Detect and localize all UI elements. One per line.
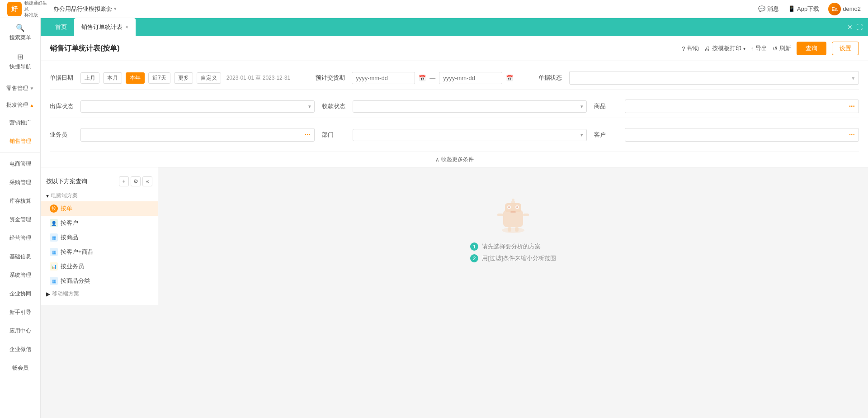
salesman-group: 业务员 ··· [50, 128, 315, 142]
goods-more-icon[interactable]: ··· [849, 102, 855, 110]
goods-input[interactable]: ··· [625, 100, 859, 113]
tab-home[interactable]: 首页 [48, 18, 74, 36]
setting-button[interactable]: 设置 [832, 42, 859, 55]
bill-status-select[interactable]: ▾ [569, 71, 859, 85]
svg-rect-9 [523, 214, 529, 216]
sidebar-item-member[interactable]: 畅会员 [0, 359, 40, 377]
scheme-item-by-goods[interactable]: ▦ 按商品 [41, 230, 158, 245]
customer-input[interactable]: ··· [625, 128, 859, 142]
salesman-input[interactable]: ··· [80, 128, 315, 142]
collapse-panel-btn[interactable]: « [142, 176, 152, 186]
maximize-icon[interactable]: ⛶ [856, 24, 863, 31]
tab-sales-order-stat[interactable]: 销售订单统计表 × [74, 18, 136, 36]
settings-scheme-btn[interactable]: ⚙ [131, 176, 141, 186]
page-header: 销售订单统计表(按单) ? 帮助 🖨 按模板打印 ▾ ↑ 导出 [41, 36, 868, 61]
empty-hints: 1 请先选择要分析的方案 2 用[过滤]条件来缩小分析范围 [470, 242, 556, 262]
app-download-button[interactable]: 📱 App下载 [788, 5, 819, 13]
sidebar-item-purchase[interactable]: 采购管理 [0, 173, 40, 192]
by-cust-goods-icon: ▦ [50, 248, 58, 256]
sidebar-item-wholesale[interactable]: 批发管理 ▲ [0, 97, 40, 114]
empty-state: 1 请先选择要分析的方案 2 用[过滤]条件来缩小分析范围 [470, 192, 556, 262]
salesman-more-icon[interactable]: ··· [305, 131, 311, 139]
collapse-button[interactable]: ∧ 收起更多条件 [435, 156, 474, 163]
this-year-btn[interactable]: 本年 [126, 72, 145, 84]
empty-hint-2: 2 用[过滤]条件来缩小分析范围 [470, 254, 556, 262]
svg-rect-11 [515, 227, 519, 232]
tab-bar: 首页 销售订单统计表 × ✕ ⛶ [41, 18, 868, 36]
sidebar-item-retail[interactable]: 零售管理 ▼ [0, 80, 40, 97]
scheme-item-by-customer-goods[interactable]: ▦ 按客户+商品 [41, 245, 158, 259]
user-avatar[interactable]: Ea demo2 [828, 3, 861, 15]
delivery-label: 预计交货期 [316, 74, 348, 82]
refresh-button[interactable]: ↺ 刷新 [773, 44, 791, 52]
chevron-down-icon: ▾ [114, 6, 117, 12]
scheme-item-by-customer[interactable]: 👤 按客户 [41, 216, 158, 230]
tab-close-button[interactable]: × [125, 24, 128, 30]
chevron-down-icon: ▾ [743, 46, 745, 51]
sidebar: 🔍 搜索菜单 ⊞ 快捷导航 零售管理 ▼ 批发管理 ▲ 营销推广 销售管理 电商… [0, 18, 41, 418]
svg-rect-12 [511, 201, 515, 204]
left-panel-title: 按以下方案查询 [46, 177, 87, 185]
scheme-item-by-category[interactable]: ▦ 按商品分类 [41, 274, 158, 288]
goods-group: 商品 ··· [594, 100, 859, 113]
close-window-icon[interactable]: ✕ [847, 24, 853, 31]
bill-status-label: 单据状态 [538, 74, 566, 82]
message-button[interactable]: 💬 消息 [758, 5, 779, 13]
scheme-item-by-order[interactable]: 按 按单 [41, 201, 158, 216]
app-title[interactable]: 办公用品行业模拟账套 ▾ [53, 5, 117, 13]
sidebar-item-system[interactable]: 系统管理 [0, 266, 40, 285]
sidebar-item-inventory[interactable]: 库存核算 [0, 192, 40, 210]
sidebar-item-newuser[interactable]: 新手引导 [0, 303, 40, 322]
sidebar-item-sales[interactable]: 销售管理 [0, 132, 40, 151]
sidebar-item-search[interactable]: 🔍 搜索菜单 [0, 18, 40, 47]
collapse-arrow-icon: ∧ [435, 157, 439, 163]
svg-point-6 [516, 206, 518, 208]
content-body: 按以下方案查询 + ⚙ « ▾ 电脑端方案 按 按单 [41, 167, 868, 305]
sidebar-item-apps[interactable]: 应用中心 [0, 322, 40, 340]
left-panel-header: 按以下方案查询 + ⚙ « [41, 173, 158, 190]
sidebar-item-finance[interactable]: 资金管理 [0, 210, 40, 229]
sidebar-item-corp[interactable]: 企业协同 [0, 285, 40, 303]
more-btn[interactable]: 更多 [174, 72, 193, 84]
template-print-button[interactable]: 🖨 按模板打印 ▾ [704, 44, 745, 52]
payment-status-select[interactable] [353, 100, 587, 113]
svg-rect-7 [510, 211, 516, 213]
print-icon: 🖨 [704, 45, 710, 52]
delivery-end-input[interactable] [439, 72, 502, 84]
right-area: 1 请先选择要分析的方案 2 用[过滤]条件来缩小分析范围 [158, 167, 868, 305]
calendar-end-icon[interactable]: 📅 [506, 75, 513, 81]
sidebar-item-operation[interactable]: 经营管理 [0, 229, 40, 247]
customer-more-icon[interactable]: ··· [849, 131, 855, 139]
query-button[interactable]: 查询 [797, 42, 826, 55]
calendar-start-icon[interactable]: 📅 [419, 75, 426, 81]
tab-bar-right: ✕ ⛶ [847, 24, 868, 31]
top-bar: 好 畅捷通好生意 标准版 办公用品行业模拟账套 ▾ 💬 消息 📱 App下载 E… [0, 0, 868, 18]
department-select[interactable] [353, 129, 587, 141]
sidebar-item-marketing[interactable]: 营销推广 [0, 114, 40, 132]
chevron-up-icon: ▲ [30, 103, 34, 108]
7days-btn[interactable]: 近7天 [148, 72, 170, 84]
chevron-down-icon: ▾ [46, 193, 49, 199]
sidebar-item-ecommerce[interactable]: 电商管理 [0, 155, 40, 173]
svg-rect-10 [508, 227, 511, 232]
main-layout: 🔍 搜索菜单 ⊞ 快捷导航 零售管理 ▼ 批发管理 ▲ 营销推广 销售管理 电商… [0, 18, 868, 418]
this-month-btn[interactable]: 本月 [103, 72, 122, 84]
prev-month-btn[interactable]: 上月 [80, 72, 99, 84]
sidebar-item-wechat[interactable]: 企业微信 [0, 340, 40, 359]
payment-status-label: 收款状态 [322, 102, 349, 110]
add-scheme-btn[interactable]: + [119, 176, 129, 186]
sidebar-item-base[interactable]: 基础信息 [0, 247, 40, 266]
content-area: 首页 销售订单统计表 × ✕ ⛶ 销售订单统计表(按单) ? 帮助 [41, 18, 868, 418]
svg-point-0 [502, 228, 524, 233]
export-button[interactable]: ↑ 导出 [751, 44, 768, 52]
delivery-start-input[interactable] [352, 72, 415, 84]
nav-icon: ⊞ [17, 52, 23, 61]
sidebar-item-nav[interactable]: ⊞ 快捷导航 [0, 47, 40, 76]
delivery-date-group: 预计交货期 📅 — 📅 [316, 72, 513, 84]
custom-btn[interactable]: 自定义 [197, 72, 221, 84]
page-header-actions: ? 帮助 🖨 按模板打印 ▾ ↑ 导出 ↺ 刷新 [682, 42, 859, 55]
scheme-item-by-salesman[interactable]: 📊 按业务员 [41, 259, 158, 274]
help-button[interactable]: ? 帮助 [682, 44, 698, 52]
department-group: 部门 [322, 129, 587, 141]
ship-status-select[interactable] [80, 100, 315, 113]
